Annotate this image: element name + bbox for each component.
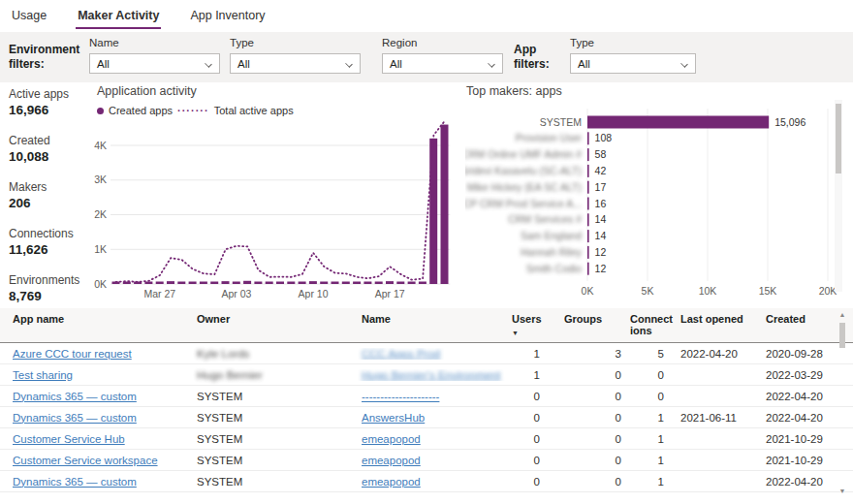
created-apps-bar[interactable] — [167, 281, 174, 284]
tab-usage[interactable]: Usage — [10, 1, 48, 30]
created-apps-bar[interactable] — [320, 282, 328, 285]
environment-name-link[interactable]: emeapopod — [362, 476, 421, 488]
created-apps-bar[interactable] — [243, 281, 251, 284]
created-apps-bar[interactable] — [441, 125, 449, 284]
tab-app-inventory[interactable]: App Inventory — [188, 1, 267, 30]
environment-name-dropdown[interactable]: All — [89, 53, 220, 74]
app-name-link[interactable]: Customer Service workspace — [13, 455, 158, 466]
cell-groups: 0 — [559, 455, 625, 466]
column-header-created[interactable]: Created — [761, 308, 836, 327]
makers-chart-scrollbar[interactable] — [835, 100, 842, 292]
created-apps-bar[interactable] — [266, 282, 273, 285]
chevron-down-icon — [205, 60, 212, 68]
maker-bar[interactable] — [587, 148, 589, 161]
stat-connections: Connections11,626 — [9, 227, 92, 257]
app-name-link[interactable]: Dynamics 365 — custom — [13, 391, 137, 402]
column-header-users[interactable]: Users▼ — [507, 308, 559, 341]
filter-bar: Environment filters: NameAllTypeAllRegio… — [0, 32, 853, 82]
tab-maker-activity[interactable]: Maker Activity — [76, 1, 161, 30]
created-apps-bar[interactable] — [222, 281, 230, 284]
created-apps-bar[interactable] — [233, 282, 240, 285]
x-tick-label: 10K — [699, 285, 717, 297]
apps-table-header: App nameOwnerNameUsers▼GroupsConnections… — [0, 308, 853, 343]
chevron-down-icon — [680, 60, 688, 68]
table-scrollbar[interactable]: ▲ ▼ — [837, 310, 847, 496]
stat-value: 10,088 — [9, 149, 92, 164]
maker-bar[interactable] — [587, 263, 589, 275]
column-header-groups[interactable]: Groups — [559, 308, 625, 327]
maker-bar[interactable] — [587, 116, 769, 129]
created-apps-bar[interactable] — [309, 281, 317, 284]
environment-name-link[interactable]: AnswersHub — [362, 412, 425, 424]
created-apps-bar[interactable] — [299, 282, 306, 285]
cell-created: 2020-09-28 — [761, 348, 836, 360]
cell-app-name: Dynamics 365 — custom — [0, 476, 192, 488]
environment-name-link[interactable]: emeapopod — [362, 455, 421, 466]
created-apps-bar[interactable] — [429, 139, 437, 284]
app-name-link[interactable]: Test sharing — [13, 369, 73, 381]
cell-owner: SYSTEM — [192, 476, 357, 488]
created-apps-bar[interactable] — [189, 282, 197, 285]
table-scrollbar-thumb[interactable] — [839, 323, 845, 348]
maker-bar[interactable] — [587, 213, 589, 226]
created-apps-bar[interactable] — [396, 282, 404, 285]
environment-region-dropdown[interactable]: All — [382, 53, 503, 74]
app-name-link[interactable]: Customer Service Hub — [13, 433, 125, 445]
y-tick-label: 4K — [94, 140, 107, 151]
column-header-app-name[interactable]: App name — [0, 308, 192, 327]
created-apps-bar[interactable] — [144, 281, 152, 284]
created-apps-bar[interactable] — [408, 282, 416, 285]
column-header-connections[interactable]: Connections — [625, 308, 676, 338]
maker-bar[interactable] — [587, 181, 589, 194]
cell-groups: 0 — [559, 412, 625, 424]
created-apps-bar[interactable] — [287, 282, 295, 285]
created-apps-bar[interactable] — [375, 282, 383, 285]
scroll-up-icon[interactable]: ▲ — [837, 310, 847, 320]
app-name-link[interactable]: Dynamics 365 — custom — [13, 476, 137, 488]
cell-last-opened: 2022-04-20 — [676, 348, 761, 360]
table-row: Dynamics 365 — customSYSTEM-------------… — [0, 386, 853, 407]
app-name-link[interactable]: Azure CCC tour request — [13, 348, 132, 360]
created-apps-bar[interactable] — [342, 282, 350, 285]
created-apps-bar[interactable] — [353, 282, 361, 285]
environment-type-dropdown[interactable]: All — [230, 53, 361, 74]
chevron-down-icon — [345, 60, 353, 68]
filter-label: Region — [382, 37, 503, 48]
maker-bar[interactable] — [587, 132, 589, 144]
created-apps-bar[interactable] — [419, 282, 426, 285]
stat-label: Environments — [9, 273, 92, 287]
column-header-last-opened[interactable]: Last opened — [676, 308, 761, 327]
maker-bar[interactable] — [587, 198, 589, 210]
environment-name-filter: NameAll — [89, 37, 220, 74]
created-apps-bar[interactable] — [254, 282, 262, 285]
column-header-label: Owner — [197, 313, 230, 325]
maker-bar-value: 17 — [595, 181, 607, 193]
top-makers-chart-title: Top makers: apps — [466, 84, 562, 98]
makers-scrollbar-thumb[interactable] — [836, 104, 841, 173]
app-type-dropdown[interactable]: All — [570, 53, 696, 74]
scroll-down-icon[interactable]: ▼ — [837, 487, 847, 496]
created-apps-bar[interactable] — [276, 282, 284, 285]
created-apps-bar[interactable] — [210, 282, 218, 285]
environment-name-link[interactable]: CCC Apps Prod — [362, 348, 440, 360]
created-apps-bar[interactable] — [177, 282, 185, 285]
maker-bar[interactable] — [587, 230, 589, 242]
environment-name-link[interactable]: Hugo Bernier's Environment — [362, 369, 500, 381]
cell-connections: 1 — [625, 476, 676, 488]
column-header-owner[interactable]: Owner — [192, 308, 357, 327]
created-apps-bar[interactable] — [156, 282, 164, 285]
maker-activity-dashboard: UsageMaker ActivityApp Inventory Environ… — [0, 0, 853, 504]
environment-filters-label: Environment filters: — [9, 43, 79, 72]
maker-bar[interactable] — [587, 165, 589, 177]
created-apps-bar[interactable] — [386, 281, 394, 284]
created-apps-bar[interactable] — [332, 282, 339, 285]
environment-name-link[interactable]: emeapopod — [362, 433, 421, 445]
environment-name-link[interactable]: --------------------- — [362, 391, 439, 402]
stat-makers: Makers206 — [9, 180, 92, 210]
cell-users: 1 — [507, 348, 559, 360]
created-apps-bar[interactable] — [363, 282, 371, 285]
created-apps-bar[interactable] — [200, 282, 207, 285]
app-name-link[interactable]: Dynamics 365 — custom — [13, 412, 137, 424]
column-header-name[interactable]: Name — [357, 308, 507, 327]
maker-bar[interactable] — [587, 246, 589, 259]
